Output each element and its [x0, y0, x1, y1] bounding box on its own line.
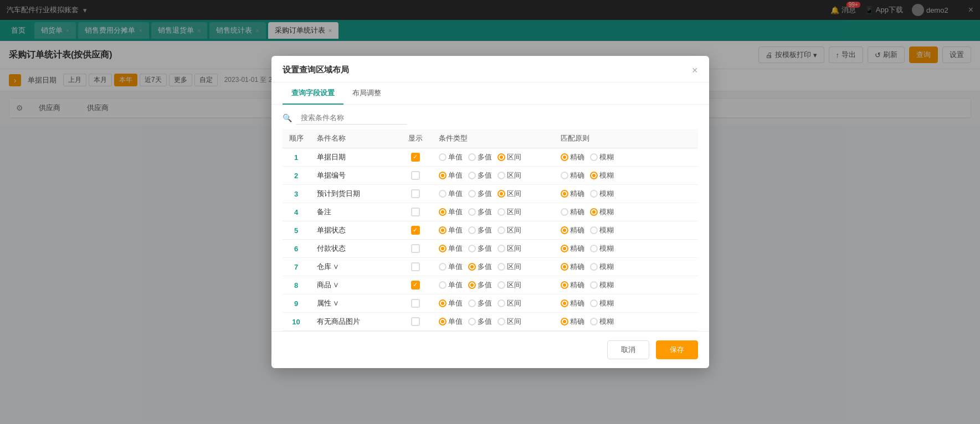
- modal-overlay: 设置查询区域布局 × 查询字段设置 布局调整 🔍 顺序 条件名称 显示 条件类型…: [0, 0, 980, 125]
- dialog-tabs: 查询字段设置 布局调整: [271, 82, 709, 105]
- dialog-search-bar: 🔍: [271, 105, 709, 125]
- search-icon: 🔍: [283, 113, 292, 122]
- settings-dialog: 设置查询区域布局 × 查询字段设置 布局调整 🔍 顺序 条件名称 显示 条件类型…: [271, 56, 709, 125]
- dialog-header: 设置查询区域布局 ×: [271, 56, 709, 82]
- search-input[interactable]: [296, 111, 407, 125]
- tab-layout-adjust[interactable]: 布局调整: [343, 82, 390, 105]
- tab-query-fields[interactable]: 查询字段设置: [283, 82, 343, 105]
- dialog-title: 设置查询区域布局: [283, 65, 349, 75]
- dialog-close-button[interactable]: ×: [692, 65, 698, 75]
